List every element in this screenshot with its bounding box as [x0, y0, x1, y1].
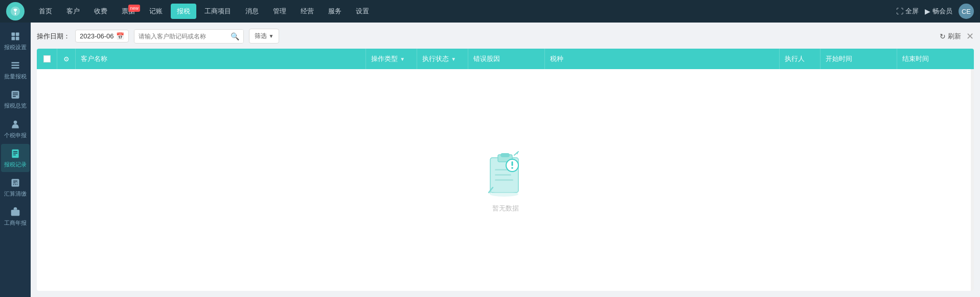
- th-taxtype: 税种: [545, 49, 780, 69]
- nav-billing[interactable]: 收费: [88, 4, 113, 19]
- sort-icon-status: ▼: [451, 56, 456, 62]
- close-button[interactable]: ✕: [966, 32, 974, 41]
- refresh-button[interactable]: ↻ 刷新: [940, 32, 961, 41]
- nav-right: ⛶ 全屏 ▶ 畅会员 CE: [896, 4, 974, 19]
- svg-rect-2: [12, 37, 15, 40]
- nav-client[interactable]: 客户: [60, 4, 86, 19]
- nav-operation[interactable]: 经营: [294, 4, 320, 19]
- sidebar-item-annual-report[interactable]: 工商年报: [1, 202, 30, 230]
- tax-record-icon: [10, 148, 21, 159]
- sort-icon-optype: ▼: [400, 56, 405, 62]
- nav-items: 首页 客户 收费 票据 new 记账 报税 工商项目 消息 管理 经营 服务 设…: [33, 4, 896, 19]
- th-starttime: 开始时间: [821, 49, 897, 69]
- svg-point-17: [490, 192, 518, 197]
- sidebar-label-batch-tax: 批量报税: [4, 73, 27, 80]
- table-header: ⚙ 客户名称 操作类型 ▼ 执行状态 ▼ 错误股因 税种: [37, 49, 974, 69]
- top-nav: 首页 客户 收费 票据 new 记账 报税 工商项目 消息 管理 经营 服务 设…: [0, 0, 980, 23]
- member-icon: ▶: [925, 7, 930, 15]
- date-value: 2023-06-06: [80, 32, 114, 40]
- empty-text: 暂无数据: [492, 204, 519, 213]
- search-box: 🔍: [134, 29, 244, 44]
- th-client: 客户名称: [76, 49, 366, 69]
- filter-label: 筛选: [255, 32, 267, 40]
- nav-invoice[interactable]: 票据 new: [116, 4, 141, 19]
- calc-payment-icon: [10, 177, 21, 188]
- th-optype[interactable]: 操作类型 ▼: [366, 49, 417, 69]
- search-icon: 🔍: [231, 32, 239, 40]
- table-container: ⚙ 客户名称 操作类型 ▼ 执行状态 ▼ 错误股因 税种: [37, 49, 974, 291]
- date-picker[interactable]: 2023-06-06 📅: [75, 30, 129, 43]
- layout: 报税设置 批量报税 报税总览 个税申报 报税记录: [0, 23, 980, 297]
- empty-icon: [483, 147, 529, 199]
- th-status[interactable]: 执行状态 ▼: [417, 49, 468, 69]
- th-error: 错误股因: [468, 49, 545, 69]
- new-badge: new: [128, 5, 140, 12]
- svg-rect-11: [495, 179, 513, 181]
- nav-settings[interactable]: 设置: [350, 4, 375, 19]
- th-executor: 执行人: [780, 49, 821, 69]
- tax-summary-icon: [10, 89, 21, 100]
- nav-home[interactable]: 首页: [33, 4, 58, 19]
- toolbar-right: ↻ 刷新 ✕: [940, 32, 974, 41]
- search-input[interactable]: [134, 30, 226, 43]
- header-checkbox[interactable]: [43, 55, 51, 62]
- svg-point-14: [511, 167, 513, 169]
- member-btn[interactable]: ▶ 畅会员: [925, 7, 952, 16]
- batch-tax-icon: [10, 60, 21, 71]
- fullscreen-btn[interactable]: ⛶ 全屏: [896, 7, 919, 16]
- svg-rect-1: [16, 33, 19, 36]
- sidebar-label-tax-settings: 报税设置: [4, 44, 27, 51]
- empty-state: 暂无数据: [483, 147, 529, 213]
- svg-point-4: [14, 120, 17, 124]
- svg-rect-3: [16, 37, 19, 40]
- sidebar-item-tax-record[interactable]: 报税记录: [1, 144, 30, 172]
- toolbar: 操作日期： 2023-06-06 📅 🔍 筛选 ▼ ↻ 刷新 ✕: [37, 29, 974, 44]
- th-checkbox[interactable]: [37, 49, 57, 69]
- tax-settings-icon: [10, 31, 21, 42]
- refresh-icon: ↻: [940, 32, 946, 40]
- sidebar-item-tax-summary[interactable]: 报税总览: [1, 85, 30, 113]
- sidebar-label-tax-summary: 报税总览: [4, 102, 27, 109]
- table-body: 暂无数据: [37, 69, 974, 291]
- main-content: 操作日期： 2023-06-06 📅 🔍 筛选 ▼ ↻ 刷新 ✕: [31, 23, 980, 297]
- sidebar-label-annual-report: 工商年报: [4, 220, 27, 226]
- nav-message[interactable]: 消息: [239, 4, 265, 19]
- search-button[interactable]: 🔍: [226, 30, 243, 43]
- nav-bookkeeping[interactable]: 记账: [143, 4, 169, 19]
- svg-rect-0: [12, 33, 15, 36]
- svg-rect-5: [11, 210, 20, 216]
- svg-rect-10: [495, 174, 511, 176]
- scrollbar-track[interactable]: [971, 69, 974, 291]
- nav-service[interactable]: 服务: [322, 4, 348, 19]
- nav-manage[interactable]: 管理: [267, 4, 292, 19]
- app-logo: [6, 2, 25, 20]
- th-settings[interactable]: ⚙: [57, 49, 76, 69]
- date-label: 操作日期：: [37, 32, 70, 41]
- svg-rect-13: [511, 161, 513, 166]
- user-avatar[interactable]: CE: [959, 4, 974, 19]
- sidebar-label-calc-payment: 汇算清缴: [4, 190, 27, 197]
- nav-tax[interactable]: 报税: [171, 4, 196, 19]
- calendar-icon: 📅: [116, 32, 124, 40]
- sidebar-item-personal-tax[interactable]: 个税申报: [1, 115, 30, 143]
- sidebar-label-tax-record: 报税记录: [4, 161, 27, 168]
- svg-rect-8: [500, 153, 510, 157]
- fullscreen-icon: ⛶: [896, 7, 903, 15]
- chevron-down-icon: ▼: [269, 33, 274, 39]
- sidebar-item-tax-settings[interactable]: 报税设置: [1, 27, 30, 55]
- sidebar-item-batch-tax[interactable]: 批量报税: [1, 56, 30, 84]
- th-endtime: 结束时间: [897, 49, 974, 69]
- annual-report-icon: [10, 206, 21, 218]
- nav-industry[interactable]: 工商项目: [198, 4, 237, 19]
- filter-button[interactable]: 筛选 ▼: [249, 29, 280, 44]
- settings-icon: ⚙: [63, 55, 70, 63]
- sidebar: 报税设置 批量报税 报税总览 个税申报 报税记录: [0, 23, 31, 297]
- sidebar-label-personal-tax: 个税申报: [4, 132, 27, 139]
- personal-tax-icon: [10, 119, 21, 130]
- sidebar-item-calc-payment[interactable]: 汇算清缴: [1, 173, 30, 201]
